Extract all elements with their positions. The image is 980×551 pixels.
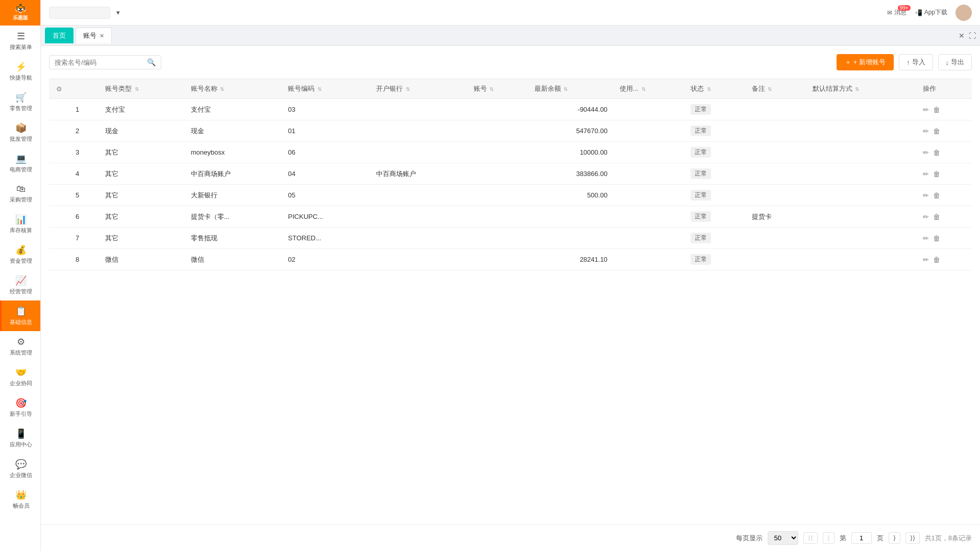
status-badge: 正常 <box>691 168 711 179</box>
cell-account-name: 支付宝 <box>185 99 282 120</box>
column-account-code[interactable]: 账号编码 ⇅ <box>282 79 370 99</box>
cell-account-name: 零售抵现 <box>185 228 282 249</box>
settings-gear-icon[interactable]: ⚙ <box>56 85 62 93</box>
cell-usage <box>614 99 684 120</box>
app-center-icon: 📱 <box>15 428 27 439</box>
inventory-icon: 📊 <box>15 214 27 225</box>
column-remark[interactable]: 备注 ⇅ <box>746 79 806 99</box>
tab-close-all-button[interactable]: ✕ <box>959 32 965 40</box>
edit-icon[interactable]: ✏ <box>923 148 929 157</box>
cell-status: 正常 <box>684 163 746 185</box>
delete-icon[interactable]: 🗑 <box>933 213 940 221</box>
tab-expand-button[interactable]: ⛶ <box>969 32 976 40</box>
cell-actions: ✏ 🗑 <box>917 206 972 228</box>
tab-close-icon[interactable]: ✕ <box>100 33 104 39</box>
sidebar-item-newbie-guide[interactable]: 🎯 新手引导 <box>0 392 40 423</box>
header-search-input[interactable] <box>49 7 110 19</box>
column-account-name[interactable]: 账号名称 ⇅ <box>185 79 282 99</box>
header-dropdown[interactable]: ▾ <box>116 9 120 16</box>
cell-gear <box>49 185 69 206</box>
sidebar-item-system-mgmt[interactable]: ⚙ 系统管理 <box>0 331 40 362</box>
sidebar-item-inventory[interactable]: 📊 库存核算 <box>0 209 40 239</box>
action-buttons: ✏ 🗑 <box>923 148 966 157</box>
header-left: ▾ <box>49 7 120 19</box>
chevron-down-icon: ▾ <box>116 9 120 16</box>
cell-open-bank <box>370 185 468 206</box>
edit-icon[interactable]: ✏ <box>923 191 929 199</box>
cell-account-name: 提货卡（零... <box>185 206 282 228</box>
sidebar-item-app-center[interactable]: 📱 应用中心 <box>0 423 40 454</box>
delete-icon[interactable]: 🗑 <box>933 234 940 242</box>
sidebar-item-purchase-mgmt[interactable]: 🛍 采购管理 <box>0 179 40 209</box>
cell-account-no <box>468 120 528 142</box>
cell-index: 8 <box>69 249 99 270</box>
sidebar-item-retail-mgmt[interactable]: 🛒 零售管理 <box>0 87 40 117</box>
toolbar-right: ＋ + 新增账号 ↑ 导入 ↓ 导出 <box>837 54 972 70</box>
add-account-button[interactable]: ＋ + 新增账号 <box>837 54 894 70</box>
column-usage[interactable]: 使用... ⇅ <box>614 79 684 99</box>
column-account-type[interactable]: 账号类型 ⇅ <box>99 79 184 99</box>
delete-icon[interactable]: 🗑 <box>933 106 940 114</box>
cell-open-bank <box>370 206 468 228</box>
column-status[interactable]: 状态 ⇅ <box>684 79 746 99</box>
app-download-button[interactable]: 📲 App下载 <box>915 8 947 17</box>
edit-icon[interactable]: ✏ <box>923 256 929 264</box>
sidebar-item-basic-info[interactable]: 📋 基础信息 <box>0 300 40 331</box>
delete-icon[interactable]: 🗑 <box>933 127 940 135</box>
sidebar-item-capital-mgmt[interactable]: 💰 资金管理 <box>0 239 40 270</box>
sidebar-label-purchase-mgmt: 采购管理 <box>10 196 32 204</box>
last-page-button[interactable]: ⟩⟩ <box>905 532 920 544</box>
table-header: ⚙ 账号类型 ⇅ 账号名称 ⇅ 账号编码 ⇅ 开户银行 ⇅ <box>49 79 972 99</box>
sidebar-item-enterprise-agreement[interactable]: 🤝 企业协同 <box>0 362 40 392</box>
delete-icon[interactable]: 🗑 <box>933 148 940 157</box>
edit-icon[interactable]: ✏ <box>923 127 929 135</box>
sidebar-item-search-menu[interactable]: ☰ 搜索菜单 <box>0 26 40 56</box>
sidebar-label-retail-mgmt: 零售管理 <box>10 105 32 112</box>
column-actions: 操作 <box>917 79 972 99</box>
export-button[interactable]: ↓ 导出 <box>938 54 972 70</box>
edit-icon[interactable]: ✏ <box>923 213 929 221</box>
delete-icon[interactable]: 🗑 <box>933 191 940 199</box>
next-page-button[interactable]: ⟩ <box>889 532 900 544</box>
edit-icon[interactable]: ✏ <box>923 234 929 242</box>
status-badge: 正常 <box>691 147 711 158</box>
import-button[interactable]: ↑ 导入 <box>899 54 933 70</box>
avatar[interactable] <box>955 5 972 21</box>
first-page-button[interactable]: ⟨⟨ <box>803 532 818 544</box>
column-latest-balance[interactable]: 最新余额 ⇅ <box>528 79 614 99</box>
cell-status: 正常 <box>684 142 746 163</box>
message-button[interactable]: ✉ 消息 99+ <box>887 8 906 17</box>
column-open-bank[interactable]: 开户银行 ⇅ <box>370 79 468 99</box>
cell-actions: ✏ 🗑 <box>917 163 972 185</box>
edit-icon[interactable]: ✏ <box>923 106 929 114</box>
cell-latest-balance: 10000.00 <box>528 142 614 163</box>
sidebar-item-operations-mgmt[interactable]: 📈 经营管理 <box>0 270 40 300</box>
cell-actions: ✏ 🗑 <box>917 249 972 270</box>
sidebar-item-quick-nav[interactable]: ⚡ 快捷导航 <box>0 56 40 87</box>
cell-latest-balance <box>528 206 614 228</box>
sidebar-item-vip-member[interactable]: 👑 畅会员 <box>0 484 40 515</box>
column-account-no[interactable]: 账号 ⇅ <box>468 79 528 99</box>
column-default-settlement[interactable]: 默认结算方式 ⇅ <box>806 79 917 99</box>
edit-icon[interactable]: ✏ <box>923 170 929 178</box>
tab-home[interactable]: 首页 <box>45 28 74 43</box>
vip-member-icon: 👑 <box>15 489 27 500</box>
action-buttons: ✏ 🗑 <box>923 213 966 221</box>
account-search-input[interactable] <box>55 59 145 66</box>
page-suffix: 页 <box>877 534 884 543</box>
sidebar-item-enterprise-wechat[interactable]: 💬 企业微信 <box>0 454 40 484</box>
delete-icon[interactable]: 🗑 <box>933 170 940 178</box>
sidebar-item-wholesale-mgmt[interactable]: 📦 批发管理 <box>0 117 40 148</box>
sidebar-item-ecommerce-mgmt[interactable]: 💻 电商管理 <box>0 148 40 179</box>
page-input[interactable] <box>851 532 872 544</box>
sidebar-label-ecommerce-mgmt: 电商管理 <box>10 166 32 173</box>
tab-account[interactable]: 账号 ✕ <box>76 28 112 43</box>
prev-page-button[interactable]: ⟨ <box>823 532 835 544</box>
cell-remark <box>746 120 806 142</box>
cell-status: 正常 <box>684 120 746 142</box>
search-icon[interactable]: 🔍 <box>147 58 156 66</box>
cell-gear <box>49 99 69 120</box>
per-page-select[interactable]: 50 100 <box>768 531 798 545</box>
accounts-table: ⚙ 账号类型 ⇅ 账号名称 ⇅ 账号编码 ⇅ 开户银行 ⇅ <box>49 79 972 270</box>
delete-icon[interactable]: 🗑 <box>933 256 940 264</box>
